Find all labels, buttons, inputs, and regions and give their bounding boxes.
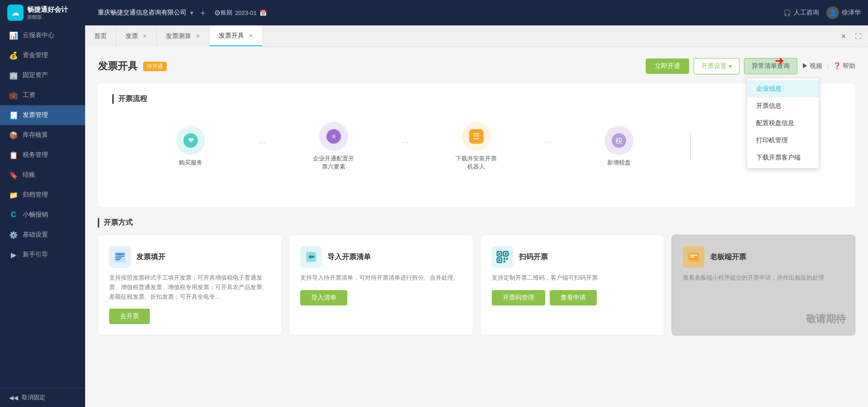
dropdown-label-download: 下载开票客户端 bbox=[756, 154, 801, 162]
method-desc-scan: 支持定制开票二维码，客户端可扫码开票 bbox=[492, 273, 653, 283]
logo-text-block: 畅捷通好会计 旗舰版 bbox=[27, 5, 68, 20]
guide-icon: ▶ bbox=[9, 250, 18, 259]
dropdown-item-tax-config[interactable]: 配置税盘信息 bbox=[747, 115, 819, 132]
content-area: 首页 发票 ✕ 发票测算 ✕ 发票开具 ✕ ✕ ⛶ bbox=[85, 25, 868, 407]
process-step-2: ≡ 企业开通配置开票六要素 bbox=[269, 122, 398, 171]
sidebar-label-inventory: 库存核算 bbox=[23, 131, 48, 139]
process-divider bbox=[690, 133, 691, 160]
sidebar-label-settlement: 结账 bbox=[23, 171, 35, 179]
page-content: 发票开具 待开通 立即开通 开票设置 ▾ 异常清单查询 ▶ 视频 | ❓ 帮助 bbox=[85, 47, 868, 407]
sidebar-item-new-guide[interactable]: ▶ 新手引导 bbox=[0, 245, 85, 265]
sidebar-item-basic-settings[interactable]: ⚙️ 基础设置 bbox=[0, 225, 85, 245]
scan-buttons: 开票码管理 查看申请 bbox=[492, 290, 653, 305]
svg-text:≡: ≡ bbox=[331, 133, 335, 140]
method-icon-import: ⬅ bbox=[300, 246, 322, 268]
logo-icon: ☁ bbox=[7, 5, 24, 21]
tab-home[interactable]: 首页 bbox=[85, 25, 116, 47]
method-header-import: ⬅ 导入开票清单 bbox=[300, 246, 461, 268]
dropdown-item-company-info[interactable]: 企业信息 bbox=[747, 80, 819, 97]
sidebar-bottom[interactable]: ◀◀ 取消固定 bbox=[0, 388, 85, 407]
tab-invoice-close[interactable]: ✕ bbox=[143, 33, 147, 39]
sidebar-label-tax: 税务管理 bbox=[23, 151, 48, 159]
close-tab-btn[interactable]: ✕ bbox=[837, 30, 850, 43]
method-btn-manual[interactable]: 去开票 bbox=[109, 309, 150, 324]
dropdown-item-printer[interactable]: 打印机管理 bbox=[747, 132, 819, 149]
company-selector[interactable]: 重庆畅捷交通信息咨询有限公司 ▾ bbox=[92, 6, 199, 19]
support-area[interactable]: 🎧 人工咨询 bbox=[783, 9, 819, 17]
dropdown-label-company: 企业信息 bbox=[756, 85, 782, 93]
sidebar-item-archive[interactable]: 📁 归档管理 bbox=[0, 185, 85, 205]
tab-invoice-issue-close[interactable]: ✕ bbox=[249, 33, 253, 39]
tab-invoice-calc-close[interactable]: ✕ bbox=[196, 33, 200, 39]
logo-sub: 旗舰版 bbox=[27, 14, 68, 20]
method-card-boss: 老板端开票 查看老板端小程序提交的开票申请，并作出相应的处理 敬请期待 bbox=[671, 235, 855, 335]
sidebar-label-fund: 资金管理 bbox=[23, 51, 48, 59]
tab-invoice-calc-label: 发票测算 bbox=[166, 32, 191, 40]
user-icon: 👤 bbox=[829, 9, 837, 16]
dropdown-label-tax-config: 配置税盘信息 bbox=[756, 119, 794, 127]
sidebar-item-payroll[interactable]: 💼 工资 bbox=[0, 85, 85, 105]
sidebar-item-xiao-report[interactable]: C 小畅报销 bbox=[0, 205, 85, 225]
sidebar-item-fixed-assets[interactable]: 🏢 固定资产 bbox=[0, 65, 85, 85]
video-icon[interactable]: ▶ 视频 bbox=[802, 62, 823, 70]
settings-icon[interactable]: ⚙ bbox=[214, 9, 221, 17]
tab-bar-right: ✕ ⛶ bbox=[837, 30, 868, 43]
avatar: 👤 bbox=[826, 6, 839, 19]
methods-title: 开票方式 bbox=[98, 218, 855, 228]
settings-button[interactable]: 开票设置 ▾ bbox=[694, 58, 739, 74]
xiao-icon: C bbox=[9, 210, 18, 219]
help-icon[interactable]: ❓ 帮助 bbox=[833, 62, 855, 70]
method-btn-scan-view[interactable]: 查看申请 bbox=[550, 290, 597, 305]
sidebar-item-inventory[interactable]: 📦 库存核算 bbox=[0, 125, 85, 145]
method-desc-import: 支持导入待开票清单，可对待开票清单进行拆分、合并处理。 bbox=[300, 273, 461, 283]
settings-btn-label: 开票设置 bbox=[701, 62, 727, 70]
svg-text:❤: ❤ bbox=[188, 136, 194, 144]
method-header-boss: 老板端开票 bbox=[683, 246, 844, 268]
method-desc-manual: 支持按照发票样式手工填开发票；可开具增值税电子普通发票、增值税普通发票、增值税专… bbox=[109, 273, 270, 301]
sidebar-item-tax-mgmt[interactable]: 📋 税务管理 bbox=[0, 145, 85, 165]
process-arrow-2: ··· bbox=[401, 137, 409, 156]
exception-button[interactable]: 异常清单查询 bbox=[744, 58, 797, 74]
page-actions: 立即开通 开票设置 ▾ 异常清单查询 ▶ 视频 | ❓ 帮助 ➜ bbox=[646, 58, 855, 74]
headset-icon: 🎧 bbox=[783, 9, 791, 16]
method-card-import: ⬅ 导入开票清单 支持导入待开票清单，可对待开票清单进行拆分、合并处理。 导入清… bbox=[289, 235, 473, 335]
help-divider: | bbox=[827, 63, 829, 70]
svg-rect-12 bbox=[115, 256, 125, 257]
sidebar-bottom-label: 取消固定 bbox=[22, 393, 45, 402]
expand-btn[interactable]: ⛶ bbox=[852, 30, 864, 43]
svg-rect-24 bbox=[504, 258, 505, 260]
company-name: 重庆畅捷交通信息咨询有限公司 bbox=[98, 9, 187, 17]
sidebar-item-cloud-report[interactable]: 📊 云报表中心 bbox=[0, 25, 85, 45]
svg-rect-23 bbox=[499, 259, 500, 261]
calendar-icon[interactable]: 📅 bbox=[259, 10, 267, 16]
top-actions: ＋ ⚙ bbox=[199, 7, 221, 18]
period-value: 2023-01 bbox=[235, 10, 257, 16]
dropdown-label-invoice-info: 开票信息 bbox=[756, 102, 782, 110]
tab-invoice[interactable]: 发票 ✕ bbox=[116, 25, 157, 47]
tab-invoice-calc[interactable]: 发票测算 ✕ bbox=[157, 25, 210, 47]
process-arrow-3: ··· bbox=[544, 137, 551, 156]
method-btn-scan-manage[interactable]: 开票码管理 bbox=[492, 290, 545, 305]
method-icon-manual bbox=[109, 246, 131, 268]
period-label: 账期 bbox=[221, 9, 232, 17]
dropdown-item-invoice-info[interactable]: 开票信息 bbox=[747, 97, 819, 115]
activate-button[interactable]: 立即开通 bbox=[646, 58, 689, 74]
sidebar-item-fund-mgmt[interactable]: 💰 资金管理 bbox=[0, 45, 85, 65]
process-step-4: 税 新增税盘 bbox=[555, 126, 683, 167]
support-label: 人工咨询 bbox=[794, 9, 819, 17]
method-btn-import[interactable]: 导入清单 bbox=[300, 290, 347, 305]
sidebar-item-invoice-mgmt[interactable]: 🧾 发票管理 bbox=[0, 105, 85, 125]
add-icon[interactable]: ＋ bbox=[199, 7, 207, 18]
tab-invoice-issue[interactable]: 发票开具 ✕ bbox=[210, 25, 263, 47]
invoice-icon: 🧾 bbox=[9, 111, 18, 120]
sidebar: 📊 云报表中心 💰 资金管理 🏢 固定资产 💼 工资 🧾 发票管理 bbox=[0, 25, 85, 407]
svg-text:☰: ☰ bbox=[473, 132, 480, 141]
user-area[interactable]: 👤 徐泽华 bbox=[826, 6, 861, 19]
settlement-icon: 🔖 bbox=[9, 170, 18, 179]
logo-area: ☁ 畅捷通好会计 旗舰版 bbox=[7, 5, 92, 21]
method-icon-scan bbox=[492, 246, 513, 268]
sidebar-label-archive: 归档管理 bbox=[23, 191, 48, 199]
sidebar-item-settlement[interactable]: 🔖 结账 bbox=[0, 165, 85, 185]
process-step-1: ❤ 购买服务 bbox=[127, 126, 255, 167]
dropdown-item-download-client[interactable]: 下载开票客户端 bbox=[747, 149, 819, 166]
